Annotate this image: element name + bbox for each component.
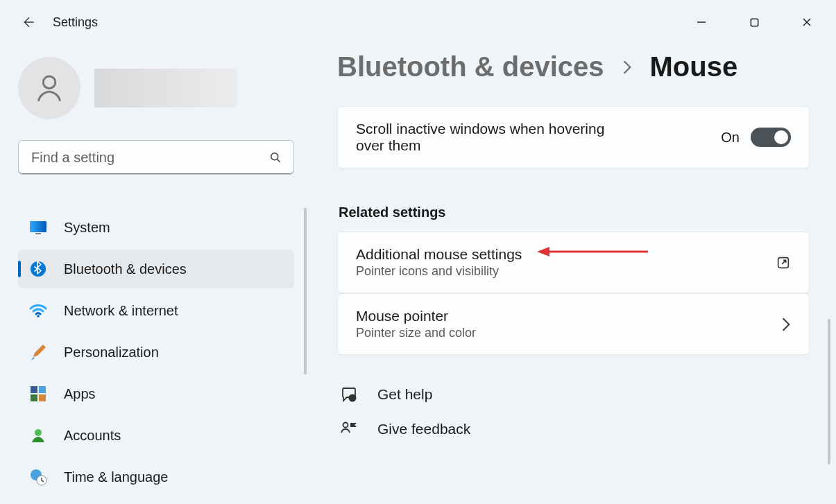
svg-line-6 bbox=[278, 159, 280, 162]
search-input[interactable] bbox=[30, 149, 268, 166]
toggle-group: On bbox=[721, 128, 791, 147]
related-item-additional-mouse[interactable]: Additional mouse settings Pointer icons … bbox=[337, 232, 810, 293]
accounts-icon bbox=[29, 426, 47, 444]
toggle-switch[interactable] bbox=[751, 128, 791, 147]
nav-label: Time & language bbox=[64, 469, 168, 485]
minimize-button[interactable] bbox=[692, 12, 711, 32]
related-item-mouse-pointer[interactable]: Mouse pointer Pointer size and color bbox=[337, 293, 810, 355]
link-label: Give feedback bbox=[377, 421, 470, 437]
svg-point-16 bbox=[35, 429, 42, 436]
svg-rect-12 bbox=[31, 386, 37, 393]
person-icon bbox=[32, 71, 67, 105]
toggle-state-label: On bbox=[721, 130, 740, 146]
app-title: Settings bbox=[53, 15, 98, 30]
title-bar: Settings bbox=[0, 0, 836, 44]
search-box[interactable] bbox=[18, 140, 294, 175]
nav-item-system[interactable]: System bbox=[18, 208, 294, 247]
close-button[interactable] bbox=[797, 12, 817, 32]
related-heading: Related settings bbox=[339, 205, 810, 220]
svg-text:?: ? bbox=[351, 395, 355, 401]
svg-rect-1 bbox=[751, 19, 758, 26]
brush-icon bbox=[29, 343, 47, 361]
open-external-icon bbox=[776, 255, 791, 270]
link-get-help[interactable]: ? Get help bbox=[337, 385, 810, 403]
breadcrumb: Bluetooth & devices Mouse bbox=[337, 51, 810, 82]
maximize-icon bbox=[749, 17, 760, 28]
svg-rect-14 bbox=[31, 394, 37, 401]
apps-icon bbox=[29, 385, 47, 403]
wifi-icon bbox=[29, 302, 47, 320]
search-icon bbox=[268, 150, 282, 164]
svg-point-10 bbox=[31, 261, 46, 277]
setting-label: Scroll inactive windows when hovering ov… bbox=[356, 121, 620, 154]
minimize-icon bbox=[696, 17, 707, 28]
setting-scroll-inactive: Scroll inactive windows when hovering ov… bbox=[337, 106, 810, 168]
nav-item-personalization[interactable]: Personalization bbox=[18, 333, 294, 372]
monitor-icon bbox=[29, 218, 47, 236]
svg-rect-9 bbox=[35, 233, 41, 234]
nav-item-accounts[interactable]: Accounts bbox=[18, 416, 294, 455]
svg-rect-13 bbox=[39, 386, 46, 393]
arrow-left-icon bbox=[22, 15, 36, 29]
nav-label: Apps bbox=[64, 386, 96, 402]
svg-point-11 bbox=[37, 315, 40, 318]
breadcrumb-current: Mouse bbox=[650, 51, 738, 82]
breadcrumb-parent[interactable]: Bluetooth & devices bbox=[337, 51, 604, 82]
related-subtitle: Pointer size and color bbox=[356, 326, 767, 340]
nav-item-time[interactable]: Time & language bbox=[18, 458, 294, 496]
nav-item-bluetooth[interactable]: Bluetooth & devices bbox=[18, 250, 294, 288]
back-button[interactable] bbox=[17, 10, 42, 35]
help-chat-icon: ? bbox=[340, 385, 358, 403]
avatar bbox=[18, 57, 80, 119]
clock-globe-icon bbox=[29, 468, 47, 486]
window-controls bbox=[692, 12, 824, 32]
nav-label: System bbox=[64, 220, 110, 236]
nav-label: Accounts bbox=[64, 428, 121, 444]
nav-list: System Bluetooth & devices Network & int… bbox=[18, 208, 294, 496]
link-give-feedback[interactable]: Give feedback bbox=[337, 420, 810, 438]
related-subtitle: Pointer icons and visibility bbox=[356, 264, 762, 279]
maximize-button[interactable] bbox=[744, 12, 764, 32]
nav-label: Personalization bbox=[64, 345, 159, 360]
nav-item-network[interactable]: Network & internet bbox=[18, 291, 294, 330]
nav-label: Bluetooth & devices bbox=[64, 261, 187, 277]
svg-rect-15 bbox=[39, 394, 46, 401]
bluetooth-icon bbox=[29, 260, 47, 278]
nav-label: Network & internet bbox=[64, 303, 178, 319]
support-links: ? Get help Give feedback bbox=[337, 385, 810, 438]
main-content: Bluetooth & devices Mouse Scroll inactiv… bbox=[311, 44, 836, 504]
profile-name-redacted bbox=[94, 69, 237, 107]
svg-point-4 bbox=[43, 76, 56, 89]
chevron-right-icon bbox=[781, 317, 791, 332]
profile-block[interactable] bbox=[18, 57, 294, 119]
feedback-icon bbox=[340, 420, 358, 438]
related-title: Mouse pointer bbox=[356, 308, 767, 324]
close-icon bbox=[801, 17, 812, 28]
svg-rect-8 bbox=[30, 221, 46, 232]
chevron-right-icon bbox=[621, 60, 633, 75]
svg-point-24 bbox=[343, 423, 348, 428]
related-title: Additional mouse settings bbox=[356, 246, 762, 263]
nav-item-apps[interactable]: Apps bbox=[18, 374, 294, 413]
sidebar: System Bluetooth & devices Network & int… bbox=[0, 44, 311, 504]
link-label: Get help bbox=[377, 386, 432, 403]
svg-point-5 bbox=[271, 153, 278, 160]
